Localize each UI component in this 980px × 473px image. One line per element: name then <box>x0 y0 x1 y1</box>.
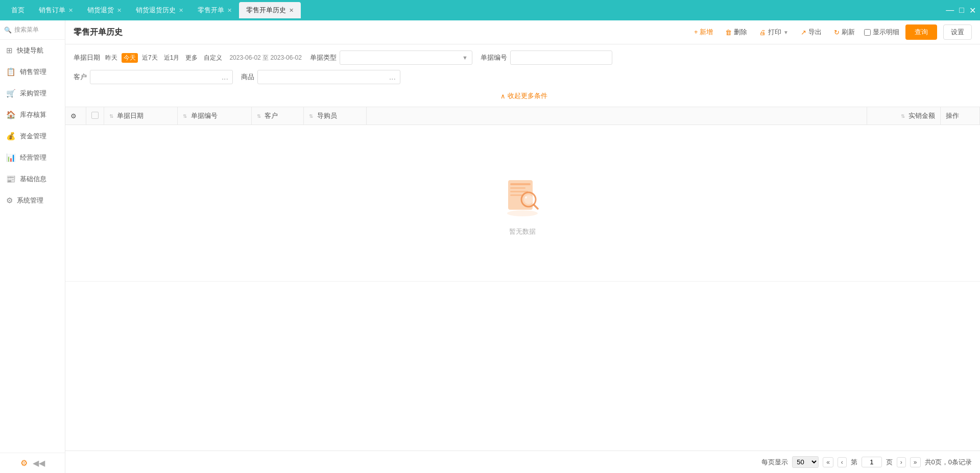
data-table: ⚙ ⇅ 单据日期 ⇅ 单据编号 <box>65 107 980 282</box>
th-number[interactable]: ⇅ 单据编号 <box>178 107 252 125</box>
date-shortcuts: 昨天 今天 近7天 近1月 更多 自定义 <box>103 53 224 63</box>
settings-button[interactable]: 设置 <box>943 24 972 40</box>
next-page-btn[interactable]: › <box>897 457 906 467</box>
sidebar-item-sales-mgmt-label: 销售管理 <box>20 67 46 77</box>
shortcut-today[interactable]: 今天 <box>122 53 138 63</box>
tab-home[interactable]: 首页 <box>4 2 32 18</box>
page-number-input[interactable] <box>862 457 882 467</box>
shortcut-custom[interactable]: 自定义 <box>202 53 224 63</box>
table-settings-icon[interactable]: ⚙ <box>70 112 77 120</box>
empty-state: 暂无数据 <box>70 129 975 277</box>
select-all-checkbox[interactable] <box>91 112 99 119</box>
sidebar-item-purchase-mgmt[interactable]: 🛒 采购管理 <box>0 83 65 104</box>
th-date[interactable]: ⇅ 单据日期 <box>104 107 178 125</box>
date-sort-icon[interactable]: ⇅ <box>109 113 113 119</box>
filter-number-field: 单据编号 <box>481 51 612 65</box>
page-label-suffix: 页 <box>886 458 893 467</box>
tab-retail-open[interactable]: 零售开单 ✕ <box>190 2 239 18</box>
operations-icon: 📊 <box>6 153 16 162</box>
minimize-btn[interactable]: — <box>946 6 954 15</box>
svg-rect-2 <box>510 183 531 185</box>
goods-ellipsis-btn[interactable]: ... <box>389 73 396 81</box>
sidebar-item-sales-mgmt[interactable]: 📋 销售管理 <box>0 61 65 83</box>
query-button[interactable]: 查询 <box>905 24 937 40</box>
maximize-btn[interactable]: □ <box>959 6 964 15</box>
sidebar-item-inventory[interactable]: 🏠 库存核算 <box>0 104 65 126</box>
add-button[interactable]: + 新增 <box>691 26 716 39</box>
th-spacer <box>367 107 867 125</box>
customer-ellipsis-btn[interactable]: ... <box>222 73 228 81</box>
page-title: 零售开单历史 <box>74 27 123 38</box>
per-page-label: 每页显示 <box>761 458 788 467</box>
customer-sort-icon[interactable]: ⇅ <box>257 113 261 119</box>
shortcut-yesterday[interactable]: 昨天 <box>103 53 119 63</box>
first-page-btn[interactable]: « <box>823 457 833 467</box>
filter-goods-input[interactable]: ... <box>257 70 400 84</box>
print-button[interactable]: 🖨 打印 ▼ <box>756 26 792 39</box>
th-customer[interactable]: ⇅ 客户 <box>251 107 303 125</box>
sidebar-item-quick-nav[interactable]: ⊞ 快捷导航 <box>0 40 65 61</box>
filter-customer-input[interactable]: ... <box>90 70 233 84</box>
tab-sales-return-close[interactable]: ✕ <box>117 7 122 14</box>
quick-nav-icon: ⊞ <box>6 46 13 55</box>
tab-sales-return-history[interactable]: 销货退货历史 ✕ <box>129 2 190 18</box>
tab-sales-return[interactable]: 销货退货 ✕ <box>80 2 129 18</box>
close-btn[interactable]: ✕ <box>969 6 976 15</box>
print-dropdown-icon[interactable]: ▼ <box>783 30 788 35</box>
filter-number-input[interactable] <box>510 51 612 65</box>
th-check[interactable] <box>86 107 104 125</box>
last-page-btn[interactable]: » <box>910 457 921 467</box>
sidebar-item-operations[interactable]: 📊 经营管理 <box>0 147 65 168</box>
pagination-bar: 每页显示 50 10 20 100 « ‹ 第 页 › » 共0页，0条记录 <box>65 451 980 473</box>
guide-sort-icon[interactable]: ⇅ <box>309 113 313 119</box>
sidebar-search-inner[interactable]: 🔍 搜索菜单 <box>4 26 61 34</box>
filter-goods-field: 商品 ... <box>241 70 400 84</box>
sidebar-item-finance[interactable]: 💰 资金管理 <box>0 126 65 147</box>
th-settings[interactable]: ⚙ <box>65 107 86 125</box>
sidebar-item-sys-mgmt[interactable]: ⚙ 系统管理 <box>0 190 65 211</box>
toolbar: 零售开单历史 + 新增 🗑 删除 🖨 打印 ▼ ↗ 导出 ↻ <box>65 20 980 44</box>
svg-rect-4 <box>510 191 528 192</box>
tab-sales-order[interactable]: 销售订单 ✕ <box>32 2 80 18</box>
show-detail-input[interactable] <box>864 29 871 36</box>
empty-state-cell: 暂无数据 <box>65 125 980 282</box>
collapse-bar[interactable]: ∧ 收起更多条件 <box>74 89 972 101</box>
tab-sales-return-label: 销货退货 <box>87 6 114 15</box>
tab-sales-return-history-close[interactable]: ✕ <box>179 7 183 14</box>
svg-point-7 <box>524 195 533 204</box>
shortcut-7days[interactable]: 近7天 <box>140 53 160 63</box>
tab-retail-history-close[interactable]: ✕ <box>289 7 294 14</box>
filter-type-select[interactable]: ▼ <box>340 51 472 65</box>
export-button[interactable]: ↗ 导出 <box>798 26 825 39</box>
th-guide[interactable]: ⇅ 导购员 <box>303 107 366 125</box>
sidebar-settings-btn[interactable]: ⚙ <box>20 458 28 468</box>
show-detail-checkbox[interactable]: 显示明细 <box>864 28 899 37</box>
window-controls: — □ ✕ <box>946 6 976 15</box>
print-label: 打印 <box>768 28 781 37</box>
empty-illustration <box>497 170 548 221</box>
sidebar-item-finance-label: 资金管理 <box>20 132 46 141</box>
tab-retail-history[interactable]: 零售开单历史 ✕ <box>239 2 301 18</box>
sidebar-item-base-info[interactable]: 📰 基础信息 <box>0 168 65 190</box>
shortcut-1month[interactable]: 近1月 <box>162 53 182 63</box>
number-sort-icon[interactable]: ⇅ <box>183 113 187 119</box>
sidebar-search-area[interactable]: 🔍 搜索菜单 <box>0 20 65 40</box>
delete-button[interactable]: 🗑 删除 <box>722 26 750 39</box>
sidebar-collapse-btn[interactable]: ◀◀ <box>33 458 45 468</box>
tab-retail-open-close[interactable]: ✕ <box>227 7 232 14</box>
refresh-button[interactable]: ↻ 刷新 <box>831 26 858 39</box>
per-page-select[interactable]: 50 10 20 100 <box>792 456 819 468</box>
filter-area: 单据日期 昨天 今天 近7天 近1月 更多 自定义 2023-06-02 至 2… <box>65 44 980 107</box>
print-icon: 🖨 <box>759 29 766 36</box>
sys-mgmt-icon: ⚙ <box>6 196 13 205</box>
sidebar-item-base-info-label: 基础信息 <box>20 175 46 184</box>
shortcut-more[interactable]: 更多 <box>183 53 200 63</box>
total-info: 共0页，0条记录 <box>925 458 972 467</box>
th-amount[interactable]: ⇅ 实销金额 <box>867 107 941 125</box>
tab-sales-order-close[interactable]: ✕ <box>68 7 73 14</box>
amount-sort-icon[interactable]: ⇅ <box>901 113 905 119</box>
finance-icon: 💰 <box>6 132 16 141</box>
prev-page-btn[interactable]: ‹ <box>838 457 847 467</box>
sidebar-item-quick-nav-label: 快捷导航 <box>17 46 43 55</box>
sidebar-nav: ⊞ 快捷导航 📋 销售管理 🛒 采购管理 🏠 库存核算 💰 资金管理 📊 <box>0 40 65 453</box>
